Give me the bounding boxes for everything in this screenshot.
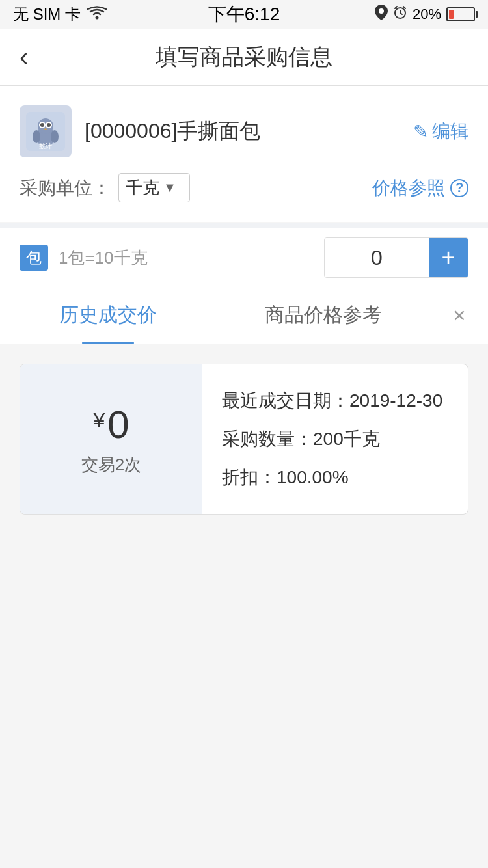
unit-select[interactable]: 千克 ▼ (118, 173, 190, 202)
tab-product-label: 商品价格参考 (265, 302, 382, 329)
sim-text: 无 SIM 卡 (13, 4, 81, 25)
svg-point-1 (379, 8, 384, 14)
edit-icon: ✎ (413, 121, 428, 142)
svg-point-10 (40, 123, 44, 127)
quantity-label: 包 1包=10千克 (20, 245, 148, 271)
discount-value: 100.00% (277, 467, 349, 487)
discount-row: 折扣：100.00% (222, 465, 448, 490)
section-divider (0, 223, 488, 228)
price-info-section: ¥ 0 交易2次 最近成交日期：2019-12-30 采购数量：200千克 折扣… (0, 344, 488, 534)
nav-bar: ‹ 填写商品采购信息 (0, 29, 488, 86)
product-unit-row: 采购单位： 千克 ▼ 价格参照 ? (20, 173, 468, 202)
tab-product-price[interactable]: 商品价格参考 (215, 287, 431, 344)
price-ref-help-icon: ? (450, 179, 468, 197)
dropdown-arrow-icon: ▼ (163, 180, 176, 195)
tab-history-label: 历史成交价 (59, 302, 157, 329)
price-info-card: ¥ 0 交易2次 最近成交日期：2019-12-30 采购数量：200千克 折扣… (20, 364, 468, 515)
edit-button[interactable]: ✎ 编辑 (413, 119, 468, 144)
alarm-icon (393, 5, 407, 23)
product-image: 数计 (26, 112, 65, 151)
svg-point-11 (47, 123, 51, 127)
quantity-input-group: + (324, 237, 468, 278)
battery-icon (446, 7, 475, 21)
price-right-panel: 最近成交日期：2019-12-30 采购数量：200千克 折扣：100.00% (202, 364, 468, 514)
recent-date-value: 2019-12-30 (349, 390, 442, 411)
discount-label: 折扣： (222, 467, 277, 487)
status-bar: 无 SIM 卡 下午6:12 (0, 0, 488, 29)
wifi-icon (87, 5, 107, 23)
product-left: 数计 [0000006]手撕面包 (20, 105, 260, 157)
price-amount: ¥ 0 (93, 402, 129, 447)
quantity-plus-button[interactable]: + (429, 238, 468, 277)
unit-label: 采购单位： (20, 176, 111, 200)
purchase-qty-label: 采购数量： (222, 429, 313, 449)
unit-value: 千克 (126, 176, 159, 199)
tab-history-price[interactable]: 历史成交价 (0, 287, 215, 344)
purchase-qty-row: 采购数量：200千克 (222, 426, 448, 452)
back-button[interactable]: ‹ (20, 42, 28, 72)
tab-close-button[interactable]: × (431, 287, 488, 344)
product-card: 数计 [0000006]手撕面包 ✎ 编辑 采购单位： 千克 ▼ 价格参照 ? (0, 86, 488, 222)
product-name: [0000006]手撕面包 (85, 117, 260, 146)
price-left-panel: ¥ 0 交易2次 (20, 364, 202, 514)
svg-line-4 (400, 13, 402, 14)
product-thumbnail: 数计 (20, 105, 72, 157)
quantity-input[interactable] (325, 238, 429, 277)
purchase-qty-value: 200千克 (313, 429, 380, 449)
svg-point-14 (51, 130, 59, 143)
svg-point-0 (96, 16, 99, 20)
price-amount-value: 0 (107, 402, 129, 447)
recent-date-row: 最近成交日期：2019-12-30 (222, 388, 448, 413)
price-trade-count: 交易2次 (81, 454, 141, 476)
tab-active-indicator (82, 342, 134, 344)
price-ref-label: 价格参照 (372, 176, 445, 200)
recent-date-label: 最近成交日期： (222, 390, 349, 411)
quantity-conversion: 1包=10千克 (59, 247, 148, 269)
unit-left: 采购单位： 千克 ▼ (20, 173, 190, 202)
product-header: 数计 [0000006]手撕面包 ✎ 编辑 (20, 105, 468, 157)
currency-symbol: ¥ (93, 409, 105, 433)
tabs-container: 历史成交价 商品价格参考 × (0, 287, 488, 344)
page-title: 填写商品采购信息 (156, 42, 332, 72)
status-left: 无 SIM 卡 (13, 4, 107, 25)
status-time: 下午6:12 (208, 2, 280, 27)
quantity-unit-badge: 包 (20, 245, 48, 271)
price-reference-button[interactable]: 价格参照 ? (372, 176, 468, 200)
svg-point-13 (33, 130, 40, 143)
location-icon (375, 5, 388, 24)
svg-text:数计: 数计 (39, 142, 52, 150)
status-right: 20% (375, 5, 475, 24)
quantity-section: 包 1包=10千克 + (0, 228, 488, 287)
edit-label: 编辑 (432, 119, 468, 144)
battery-text: 20% (413, 6, 441, 23)
